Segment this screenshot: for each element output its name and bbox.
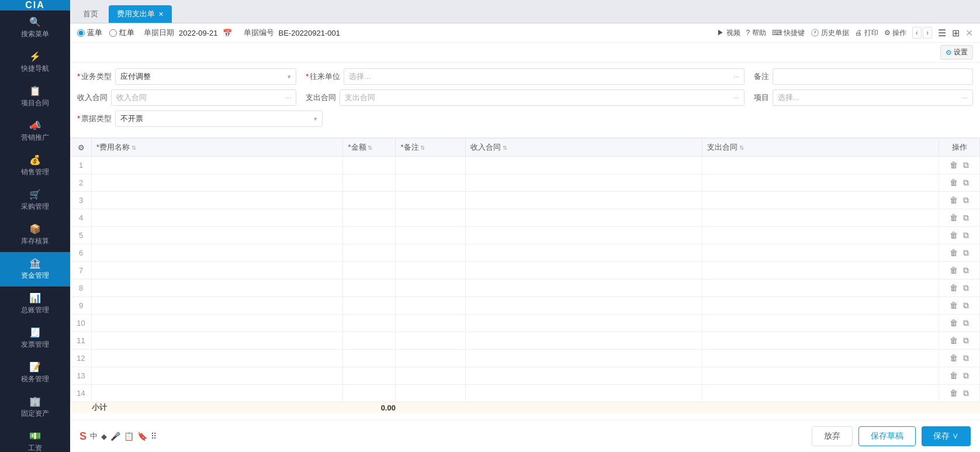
income-contract-cell[interactable] (466, 367, 702, 385)
tab-expense[interactable]: 费用支出单✕ (109, 5, 172, 23)
income-contract-input[interactable]: 收入合同 ··· (111, 89, 296, 106)
income-contract-cell[interactable] (466, 350, 702, 367)
amount-cell[interactable] (343, 297, 396, 315)
col-amount[interactable]: *金额 (343, 139, 396, 157)
expense-contract-cell[interactable] (702, 209, 939, 227)
delete-row-icon[interactable]: 🗑 (950, 230, 958, 240)
layout-grid-btn[interactable]: ⊞ (952, 27, 960, 39)
copy-row-icon[interactable]: ⧉ (963, 388, 969, 398)
expense-contract-cell[interactable] (702, 315, 939, 332)
delete-row-icon[interactable]: 🗑 (950, 283, 958, 292)
sidebar-item-invoice[interactable]: 🧾 发票管理 (0, 321, 70, 356)
expense-contract-cell[interactable] (702, 367, 939, 385)
col-expense-contract[interactable]: 支出合同 (702, 139, 939, 157)
income-contract-cell[interactable] (466, 157, 702, 174)
copy-row-icon[interactable]: ⧉ (963, 248, 969, 257)
shortcut-btn[interactable]: ⌨ 快捷键 (772, 28, 805, 38)
income-contract-cell[interactable] (466, 385, 702, 402)
discard-button[interactable]: 放弃 (812, 426, 853, 446)
copy-row-icon[interactable]: ⧉ (963, 371, 969, 380)
note-cell[interactable] (396, 367, 466, 385)
amount-cell[interactable] (343, 315, 396, 332)
sidebar-item-assets[interactable]: 🏢 固定资产 (0, 390, 70, 425)
amount-cell[interactable] (343, 192, 396, 209)
expense-contract-cell[interactable] (702, 350, 939, 367)
expense-name-cell[interactable] (92, 297, 343, 315)
save-button[interactable]: 保存 ∨ (922, 426, 971, 446)
expense-name-cell[interactable] (92, 367, 343, 385)
delete-row-icon[interactable]: 🗑 (950, 353, 958, 363)
delete-row-icon[interactable]: 🗑 (950, 388, 958, 398)
expense-name-cell[interactable] (92, 350, 343, 367)
income-contract-cell[interactable] (466, 244, 702, 262)
delete-row-icon[interactable]: 🗑 (950, 301, 958, 310)
expense-name-cell[interactable] (92, 192, 343, 209)
settings-button[interactable]: ⚙ 设置 (940, 45, 973, 60)
expense-contract-cell[interactable] (702, 227, 939, 244)
expense-name-cell[interactable] (92, 227, 343, 244)
amount-cell[interactable] (343, 350, 396, 367)
print-btn[interactable]: 🖨 打印 (855, 28, 878, 38)
note-cell[interactable] (396, 262, 466, 280)
expense-name-cell[interactable] (92, 209, 343, 227)
sidebar-item-purchase[interactable]: 🛒 采购管理 (0, 183, 70, 218)
note-cell[interactable] (396, 227, 466, 244)
income-contract-cell[interactable] (466, 280, 702, 297)
sidebar-item-search[interactable]: 🔍 搜索菜单 (0, 11, 70, 45)
copy-row-icon[interactable]: ⧉ (963, 160, 969, 170)
expense-contract-input[interactable]: 支出合同 ··· (340, 89, 744, 106)
amount-cell[interactable] (343, 280, 396, 297)
copy-row-icon[interactable]: ⧉ (963, 336, 969, 345)
copy-row-icon[interactable]: ⧉ (963, 283, 969, 292)
sidebar-item-capital[interactable]: 🏦 资金管理 (0, 252, 70, 287)
expense-name-cell[interactable] (92, 174, 343, 192)
note-cell[interactable] (396, 280, 466, 297)
note-cell[interactable] (396, 385, 466, 402)
layout-list-btn[interactable]: ☰ (938, 27, 946, 39)
income-contract-cell[interactable] (466, 262, 702, 280)
amount-cell[interactable] (343, 332, 396, 350)
delete-row-icon[interactable]: 🗑 (950, 178, 958, 187)
copy-row-icon[interactable]: ⧉ (963, 301, 969, 310)
note-cell[interactable] (396, 209, 466, 227)
delete-row-icon[interactable]: 🗑 (950, 160, 958, 170)
calendar-icon[interactable]: 📅 (223, 29, 232, 37)
business-type-input[interactable]: 应付调整 ▾ (115, 68, 296, 85)
delete-row-icon[interactable]: 🗑 (950, 371, 958, 380)
sidebar-item-project[interactable]: 📋 项目合同 (0, 80, 70, 114)
amount-cell[interactable] (343, 262, 396, 280)
note-cell[interactable] (396, 297, 466, 315)
expense-contract-cell[interactable] (702, 280, 939, 297)
amount-cell[interactable] (343, 209, 396, 227)
blue-bill-radio[interactable]: 蓝单 (77, 27, 102, 38)
sidebar-item-inventory[interactable]: 📦 库存核算 (0, 218, 70, 252)
partner-input[interactable]: 选择... ··· (344, 68, 744, 85)
sidebar-item-sales[interactable]: 💰 销售管理 (0, 149, 70, 183)
sidebar-item-payroll[interactable]: 💵 工资 (0, 425, 70, 452)
note-cell[interactable] (396, 192, 466, 209)
note-cell[interactable] (396, 332, 466, 350)
copy-icon[interactable]: 📋 (124, 432, 134, 441)
delete-row-icon[interactable]: 🗑 (950, 248, 958, 257)
doc-close-btn[interactable]: ✕ (965, 27, 973, 39)
invoice-type-input[interactable]: 不开票 ▾ (115, 111, 323, 127)
expense-contract-cell[interactable] (702, 297, 939, 315)
expense-contract-cell[interactable] (702, 192, 939, 209)
income-contract-cell[interactable] (466, 332, 702, 350)
prev-record-btn[interactable]: ‹ (912, 27, 922, 39)
col-note[interactable]: *备注 (396, 139, 466, 157)
date-value[interactable]: 2022-09-21 (179, 29, 218, 37)
income-contract-cell[interactable] (466, 227, 702, 244)
note-cell[interactable] (396, 157, 466, 174)
amount-cell[interactable] (343, 227, 396, 244)
grid-dots-icon[interactable]: ⠿ (151, 432, 157, 441)
note-cell[interactable] (396, 244, 466, 262)
copy-row-icon[interactable]: ⧉ (963, 265, 969, 275)
copy-row-icon[interactable]: ⧉ (963, 178, 969, 187)
income-contract-cell[interactable] (466, 192, 702, 209)
col-expense-name[interactable]: *费用名称 (92, 139, 343, 157)
history-btn[interactable]: 🕐 历史单据 (811, 28, 849, 38)
operation-btn[interactable]: ⚙ 操作 (884, 28, 906, 38)
next-record-btn[interactable]: › (923, 27, 932, 39)
expense-name-cell[interactable] (92, 244, 343, 262)
